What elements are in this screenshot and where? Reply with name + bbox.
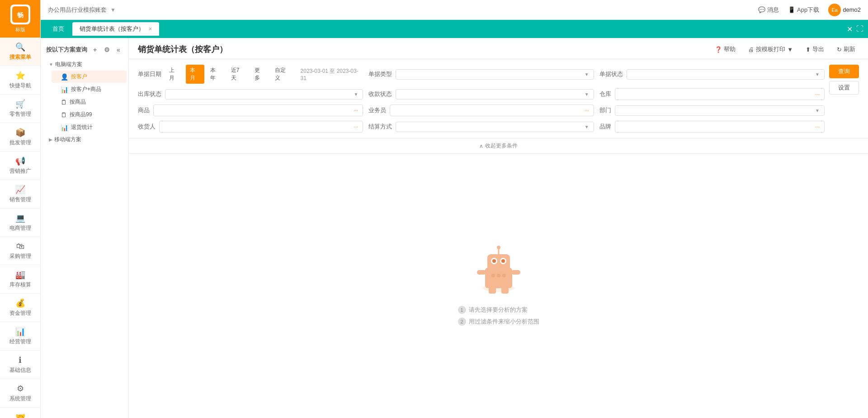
page-actions: ❓ 帮助 🖨 按模板打印 ▼ ⬆ 导出 ↻ 刷新 — [711, 43, 859, 55]
svg-rect-14 — [501, 286, 509, 294]
out-status-select[interactable]: ▼ — [165, 89, 363, 100]
tab-close-icon[interactable]: × — [149, 26, 152, 32]
sidebar-item-库存核算[interactable]: 🏭库存核算 — [0, 265, 40, 294]
sidebar-label-0: 搜索菜单 — [9, 53, 31, 61]
bill-type-arrow-icon: ▼ — [585, 72, 589, 77]
filter-cell-salesperson: 业务员 ··· — [368, 104, 594, 116]
sidebar-item-零售管理[interactable]: 🛒零售管理 — [0, 95, 40, 123]
salesperson-select[interactable]: ··· — [390, 104, 594, 116]
tip-num-2: 2 — [458, 318, 466, 326]
payment-status-select[interactable]: ▼ — [396, 89, 594, 100]
svg-point-8 — [501, 259, 505, 263]
maximize-icon[interactable]: ⛶ — [856, 25, 863, 33]
help-btn[interactable]: ❓ 帮助 — [711, 43, 739, 55]
warehouse-select[interactable]: ··· — [615, 88, 825, 100]
top-header: 办公用品行业模拟账套 ▼ 💬 消息 📱 App下载 Ea demo2 — [41, 0, 868, 20]
tip-text-1: 请先选择要分析的方案 — [469, 306, 528, 314]
sidebar-item-营销推广[interactable]: 📢营销推广 — [0, 152, 40, 180]
sidebar-item-企业协同[interactable]: 🤝企业协同 — [0, 408, 40, 418]
scheme-group-mobile-title[interactable]: ▶ 移动端方案 — [46, 134, 128, 145]
goods-icon: 🗒 — [61, 99, 67, 106]
app-download-btn[interactable]: 📱 App下载 — [788, 6, 819, 14]
scheme-item-customer-goods-label: 按客户+商品 — [71, 86, 101, 93]
sidebar-logo[interactable]: 畅 标版 — [0, 0, 40, 38]
user-name: demo2 — [843, 6, 861, 13]
svg-rect-4 — [487, 254, 510, 271]
receiver-select[interactable]: ··· — [159, 121, 363, 133]
payment-method-arrow-icon: ▼ — [585, 124, 589, 129]
sidebar-icon-4: 📢 — [15, 156, 25, 166]
refresh-btn[interactable]: ↻ 刷新 — [833, 43, 859, 55]
scheme-item-customer-goods[interactable]: 📊 按客户+商品 — [52, 83, 127, 95]
bill-status-arrow-icon: ▼ — [815, 72, 820, 77]
sidebar-item-销售管理[interactable]: 📈销售管理 — [0, 180, 40, 209]
empty-illustration — [472, 243, 526, 299]
department-select[interactable]: ▼ — [615, 105, 825, 116]
empty-svg — [472, 243, 526, 297]
bill-status-select[interactable]: ▼ — [627, 69, 825, 80]
tab-active[interactable]: 销货单统计表（按客户） × — [72, 22, 159, 36]
scheme-item-customer[interactable]: 👤 按客户 — [52, 71, 127, 83]
payment-status-arrow-icon: ▼ — [585, 92, 589, 97]
scheme-item-return[interactable]: 📊 退货统计 — [52, 121, 127, 133]
sidebar-item-经营管理[interactable]: 📊经营管理 — [0, 322, 40, 351]
user-profile-btn[interactable]: Ea demo2 — [828, 4, 861, 16]
sidebar-icon-5: 📈 — [15, 185, 25, 195]
sidebar-item-采购管理[interactable]: 🛍采购管理 — [0, 237, 40, 265]
sidebar-item-系统管理[interactable]: ⚙系统管理 — [0, 379, 40, 408]
scheme-item-goods[interactable]: 🗒 按商品 — [52, 96, 127, 108]
settings-button[interactable]: 设置 — [829, 81, 859, 95]
date-btn-last-month[interactable]: 上月 — [165, 65, 184, 84]
date-btn-more[interactable]: 更多 — [250, 65, 269, 84]
bill-type-select[interactable]: ▼ — [396, 69, 594, 80]
sidebar-item-电商管理[interactable]: 💻电商管理 — [0, 209, 40, 237]
message-btn[interactable]: 💬 消息 — [758, 6, 779, 14]
sidebar-item-基础信息[interactable]: ℹ基础信息 — [0, 351, 40, 379]
add-icon: + — [93, 46, 97, 53]
close-window-icon[interactable]: ✕ — [847, 25, 853, 33]
warehouse-more-icon: ··· — [815, 91, 820, 97]
sidebar-item-资金管理[interactable]: 💰资金管理 — [0, 294, 40, 322]
filter-main: 单据日期 上月 本月 本年 近7天 更多 自定义 2023-03-01 至 20… — [138, 65, 825, 133]
date-btn-this-month[interactable]: 本月 — [186, 65, 205, 84]
svg-point-17 — [502, 274, 506, 277]
header-dropdown-icon[interactable]: ▼ — [110, 7, 116, 13]
export-btn[interactable]: ⬆ 导出 — [802, 43, 828, 55]
date-btn-this-year[interactable]: 本年 — [206, 65, 225, 84]
customer-icon: 👤 — [61, 73, 68, 81]
logo-text: 标版 — [15, 26, 25, 33]
sidebar-item-批发管理[interactable]: 📦批发管理 — [0, 123, 40, 152]
receiver-label: 收货人 — [138, 123, 156, 131]
date-btn-custom[interactable]: 自定义 — [271, 65, 295, 84]
svg-point-10 — [497, 246, 500, 249]
empty-tip-2: 2 用过滤条件来缩小分析范围 — [458, 318, 539, 326]
svg-point-7 — [492, 259, 496, 263]
sidebar-item-搜索菜单[interactable]: 🔍搜索菜单 — [0, 38, 40, 66]
scheme-item-goods99[interactable]: 🗒 按商品99 — [52, 109, 127, 121]
scheme-item-return-label: 退货统计 — [71, 124, 93, 131]
goods-label: 商品 — [138, 106, 150, 114]
filter-row-2: 出库状态 ▼ 收款状态 ▼ — [138, 88, 825, 100]
print-btn[interactable]: 🖨 按模板打印 ▼ — [745, 43, 797, 55]
filter-cell-bill-type: 单据类型 ▼ — [368, 69, 594, 80]
brand-select[interactable]: ··· — [615, 121, 825, 133]
salesperson-label: 业务员 — [368, 106, 386, 114]
scheme-settings-btn[interactable]: ⚙ — [102, 45, 111, 54]
help-label: 帮助 — [724, 45, 736, 53]
date-btn-last7[interactable]: 近7天 — [227, 65, 249, 84]
scheme-group-pc-title[interactable]: ▼ 电脑端方案 — [46, 59, 128, 70]
left-panel-actions: + ⚙ « — [90, 45, 123, 54]
add-scheme-btn[interactable]: + — [90, 45, 99, 54]
tab-active-label: 销货单统计表（按客户） — [80, 25, 144, 33]
query-button[interactable]: 查询 — [829, 65, 859, 78]
svg-point-15 — [491, 274, 495, 277]
sidebar-label-1: 快捷导航 — [9, 82, 31, 90]
goods-select[interactable]: ··· — [153, 104, 363, 116]
sidebar-item-快捷导航[interactable]: ⭐快捷导航 — [0, 66, 40, 95]
help-icon: ❓ — [715, 46, 722, 53]
payment-method-select[interactable]: ▼ — [396, 122, 594, 132]
tab-home[interactable]: 首页 — [45, 22, 71, 36]
collapse-panel-btn[interactable]: « — [114, 45, 123, 54]
collapse-bar[interactable]: ∧ 收起更多条件 — [129, 138, 868, 154]
sidebar-icon-3: 📦 — [15, 128, 25, 138]
